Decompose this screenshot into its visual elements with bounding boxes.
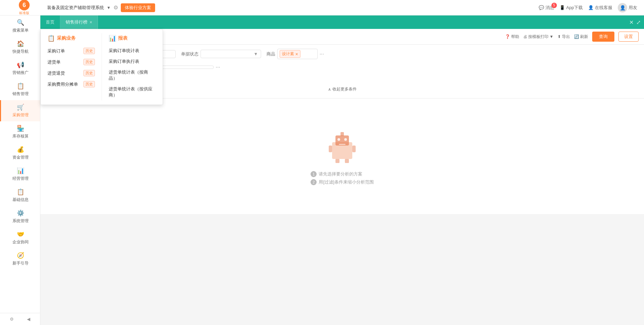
sidebar-item-enterprise[interactable]: 🤝 企业协同 [0, 227, 40, 248]
sidebar-item-label: 系统管理 [12, 218, 29, 224]
tab-close-all-icon[interactable]: ✕ [629, 19, 634, 26]
collapse-label: 收起更多条件 [332, 86, 357, 92]
tab-bar: 首页 销售排行榜 × ✕ ⤢ [40, 15, 644, 29]
tab-close-btn[interactable]: × [90, 19, 92, 25]
svg-rect-9 [341, 132, 344, 136]
tag-close-btn[interactable]: × [295, 51, 298, 57]
svg-rect-6 [352, 146, 356, 152]
sidebar-item-quicknav[interactable]: 🏠 快捷导航 [0, 37, 40, 58]
sidebar-item-guide[interactable]: 🧭 新手引导 [0, 248, 40, 270]
export-btn[interactable]: ⬆ 导出 [558, 34, 570, 40]
sidebar-item-label: 经营管理 [12, 176, 29, 181]
sidebar-item-inventory[interactable]: 🏪 库存核算 [0, 121, 40, 143]
gear-btn[interactable]: ⚙ [113, 4, 118, 11]
empty-tip-2: 2 用[过滤]条件来缩小分析范围 [311, 179, 373, 185]
user-label: 用友 [629, 5, 637, 11]
step-1: 1 [311, 171, 317, 177]
top-header: 6 标准版 装备及固定资产辅助管理系统 ▼ ⚙ 体验行业方案 💬 消息 5 📱 … [0, 0, 644, 15]
online-service-btn[interactable]: 👤 在线客服 [588, 5, 612, 11]
sidebar-item-label: 销售管理 [12, 91, 29, 97]
goods-label: 商品 [266, 51, 275, 57]
goods-tag-1: 设计素 × [280, 50, 300, 58]
purchase-menu-icon: 📋 [47, 35, 55, 42]
goods-more-btn[interactable]: ··· [320, 51, 324, 57]
finance-icon: 💰 [17, 146, 24, 153]
print-btn[interactable]: 🖨 按模板打印 ▼ [523, 34, 553, 40]
salesperson-more-btn[interactable]: ··· [216, 64, 220, 70]
history-tag: 历史 [83, 70, 95, 76]
collapse-up-icon: ∧ [328, 87, 331, 92]
user-avatar: 👤 [618, 3, 627, 12]
sidebar-item-purchase[interactable]: 🛒 采购管理 [0, 100, 40, 121]
user-btn[interactable]: 👤 用友 [618, 3, 637, 12]
menu-column-purchase: 📋 采购业务 采购订单 历史 进货单 历史 进货退货 历史 采购费用分摊单 历史 [41, 33, 102, 100]
menu-item-receive[interactable]: 进货单 历史 [45, 56, 98, 68]
home-icon: 🏠 [17, 40, 24, 47]
sidebar-item-operation[interactable]: 📊 经营管理 [0, 164, 40, 185]
refresh-btn[interactable]: 🔄 刷新 [574, 34, 588, 40]
sidebar-item-sales[interactable]: 📋 销售管理 [0, 79, 40, 100]
menu-item-label: 进货单统计表（按商品） [109, 69, 156, 81]
svg-rect-4 [339, 144, 346, 145]
sidebar-item-finance[interactable]: 💰 资金管理 [0, 143, 40, 164]
sidebar-item-basic[interactable]: 📋 基础信息 [0, 185, 40, 206]
svg-point-2 [337, 138, 340, 141]
footer-settings-icon[interactable]: ⚙ [10, 317, 14, 322]
tab-home[interactable]: 首页 [40, 15, 60, 29]
search-btn[interactable]: 查询 [592, 32, 614, 42]
help-btn[interactable]: ❓ 帮助 [505, 34, 519, 40]
sidebar-item-marketing[interactable]: 📢 营销推广 [0, 58, 40, 79]
help-icon: ❓ [505, 34, 510, 39]
sidebar: 🔍 搜索菜单 🏠 快捷导航 📢 营销推广 📋 销售管理 🛒 采购管理 🏪 库存核… [0, 15, 40, 325]
doc-status-select[interactable]: ▼ [201, 50, 261, 58]
history-tag: 历史 [83, 81, 95, 87]
menu-item-label: 采购费用分摊单 [47, 81, 78, 87]
app-download-btn[interactable]: 📱 App下载 [560, 5, 583, 11]
app-download-label: App下载 [566, 5, 583, 11]
sidebar-item-label: 营销推广 [12, 70, 29, 76]
doc-status-label: 单据状态 [181, 51, 199, 57]
menu-section-title-report: 📊 报表 [106, 33, 159, 45]
doc-status-dropdown-icon: ▼ [254, 51, 258, 56]
system-dropdown-btn[interactable]: ▼ [107, 5, 111, 10]
marketing-icon: 📢 [17, 61, 24, 69]
menu-item-order-stats[interactable]: 采购订单统计表 [106, 45, 159, 56]
service-icon: 👤 [588, 5, 594, 10]
menu-item-label: 进货单统计表（按供应商） [109, 86, 156, 98]
sidebar-item-search[interactable]: 🔍 搜索菜单 [0, 15, 40, 37]
history-tag: 历史 [83, 59, 95, 65]
purchase-dropdown-menu: 📋 采购业务 采购订单 历史 进货单 历史 进货退货 历史 采购费用分摊单 历史… [40, 29, 163, 105]
tab-expand-icon[interactable]: ⤢ [636, 19, 641, 26]
menu-item-cost[interactable]: 采购费用分摊单 历史 [45, 79, 98, 90]
menu-section-title-purchase: 📋 采购业务 [45, 33, 98, 45]
tab-bar-right: ✕ ⤢ [629, 19, 644, 26]
sidebar-item-label: 企业协同 [12, 239, 29, 245]
menu-item-receive-stats-supplier[interactable]: 进货单统计表（按供应商） [106, 84, 159, 100]
menu-item-receive-stats-goods[interactable]: 进货单统计表（按商品） [106, 67, 159, 84]
purchase-section-label: 采购业务 [57, 35, 76, 41]
menu-item-purchase-order[interactable]: 采购订单 历史 [45, 45, 98, 56]
menu-item-return[interactable]: 进货退货 历史 [45, 68, 98, 79]
tab-sales-rank[interactable]: 销售排行榜 × [60, 15, 98, 29]
purchase-icon: 🛒 [17, 104, 24, 111]
guide-icon: 🧭 [17, 252, 24, 259]
empty-state: 1 请先选择要分析的方案 2 用[过滤]条件来缩小分析范围 [40, 98, 644, 214]
sidebar-item-label: 搜索菜单 [12, 28, 29, 33]
menu-item-order-exec[interactable]: 采购订单执行表 [106, 56, 159, 67]
sidebar-item-system[interactable]: ⚙️ 系统管理 [0, 206, 40, 227]
industry-btn[interactable]: 体验行业方案 [121, 3, 155, 12]
print-dropdown-icon: ▼ [549, 34, 553, 39]
message-badge: 5 [551, 3, 557, 8]
goods-input[interactable]: 设计素 × [277, 49, 318, 59]
tab-home-label: 首页 [46, 19, 55, 25]
message-btn[interactable]: 💬 消息 5 [539, 5, 554, 11]
message-icon: 💬 [539, 5, 544, 10]
search-icon: 🔍 [17, 19, 24, 26]
sidebar-item-label: 资金管理 [12, 155, 29, 160]
online-service-label: 在线客服 [595, 5, 612, 11]
svg-point-3 [344, 138, 347, 141]
phone-icon: 📱 [560, 5, 565, 10]
logo-text: 标准版 [19, 11, 29, 15]
filter-settings-btn[interactable]: 设置 [618, 32, 639, 42]
footer-collapse-icon[interactable]: ◀ [27, 317, 30, 322]
